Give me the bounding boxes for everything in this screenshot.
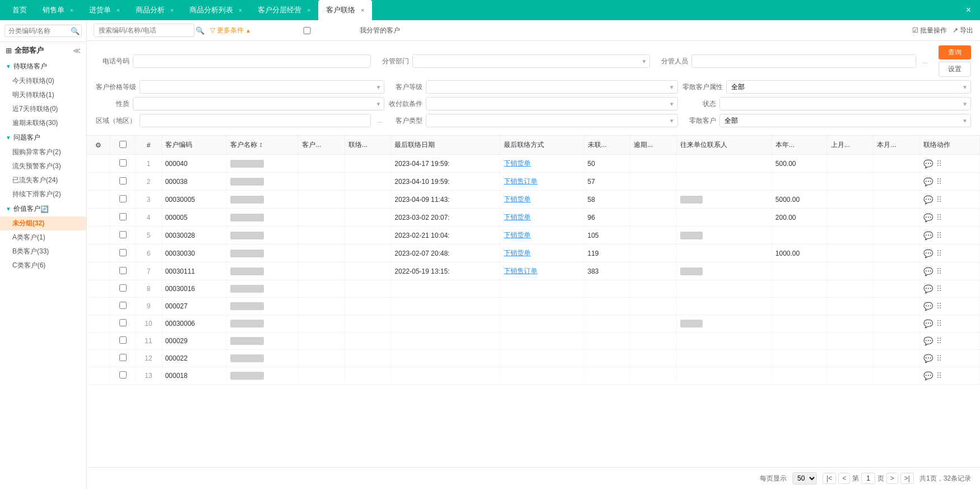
contact-type-link[interactable]: 下销货单 — [504, 195, 531, 203]
row-checkbox[interactable] — [119, 319, 127, 326]
group-problem-customers[interactable]: ▼ 问题客户 — [0, 130, 86, 145]
tab-close-sales[interactable]: × — [70, 7, 73, 13]
customer-level-select[interactable] — [426, 80, 677, 94]
sidebar-item-declining[interactable]: 持续下滑客户(2) — [0, 187, 86, 201]
row-checkbox[interactable] — [119, 302, 127, 309]
select-all-checkbox[interactable] — [119, 141, 127, 148]
last-page-button[interactable]: >| — [900, 473, 914, 484]
retail-select[interactable]: 全部 — [719, 114, 971, 127]
row-checkbox[interactable] — [119, 267, 127, 274]
chat-icon[interactable]: 💬 — [923, 177, 933, 186]
more-icon[interactable]: ⠿ — [936, 177, 942, 186]
tab-close-customer-contact[interactable]: × — [361, 7, 364, 13]
chat-icon[interactable]: 💬 — [923, 249, 933, 258]
price-level-select[interactable] — [140, 80, 384, 94]
row-checkbox[interactable] — [119, 371, 127, 379]
chat-icon[interactable]: 💬 — [923, 231, 933, 240]
sidebar-item-churn-warning[interactable]: 流失预警客户(3) — [0, 159, 86, 173]
sidebar-item-class-b[interactable]: B类客户(33) — [0, 245, 86, 259]
next-page-button[interactable]: > — [886, 473, 898, 484]
row-checkbox[interactable] — [119, 284, 127, 292]
row-checkbox[interactable] — [119, 231, 127, 238]
row-checkbox[interactable] — [119, 336, 127, 344]
my-customers-checkbox[interactable]: 我分管的客户 — [257, 26, 400, 35]
sidebar-item-unclassified[interactable]: 未分组(32) — [0, 216, 86, 230]
row-checkbox[interactable] — [119, 213, 127, 220]
customer-type-select[interactable] — [426, 114, 677, 127]
more-icon[interactable]: ⠿ — [936, 159, 942, 168]
more-icon[interactable]: ⠿ — [936, 267, 942, 276]
more-icon[interactable]: ⠿ — [936, 195, 942, 204]
sidebar-item-churned[interactable]: 已流失客户(24) — [0, 173, 86, 187]
sidebar-item-hoarding[interactable]: 囤购异常客户(2) — [0, 145, 86, 159]
tab-customer-contact[interactable]: 客户联络 × — [318, 0, 372, 20]
batch-ops-button[interactable]: ☑ 批量操作 — [912, 26, 947, 35]
contact-type-link[interactable]: 下销售订单 — [504, 177, 537, 185]
row-checkbox[interactable] — [119, 354, 127, 361]
row-checkbox[interactable] — [119, 177, 127, 184]
contact-type-link[interactable]: 下销货单 — [504, 231, 531, 239]
chat-icon[interactable]: 💬 — [923, 267, 933, 276]
row-checkbox[interactable] — [119, 249, 127, 256]
more-icon[interactable]: ⠿ — [936, 371, 942, 380]
more-icon[interactable]: ⠿ — [936, 249, 942, 258]
query-button[interactable]: 查询 — [939, 45, 971, 59]
status-select[interactable] — [719, 97, 971, 110]
row-checkbox[interactable] — [119, 195, 127, 202]
col-settings[interactable]: ⚙ — [87, 136, 110, 155]
search-input[interactable] — [94, 24, 194, 37]
sidebar-all-customers[interactable]: ⊞ 全部客户 ≪ — [0, 42, 86, 59]
more-icon[interactable]: ⠿ — [936, 284, 942, 293]
dept-select[interactable] — [412, 54, 651, 68]
group-pending-contact[interactable]: ▼ 待联络客户 — [0, 59, 86, 74]
chat-icon[interactable]: 💬 — [923, 284, 933, 293]
chat-icon[interactable]: 💬 — [923, 213, 933, 222]
window-close-button[interactable]: × — [962, 5, 976, 15]
contact-type-link[interactable]: 下销售订单 — [504, 267, 537, 275]
retail-attr-select[interactable]: 全部 — [726, 80, 971, 94]
export-button[interactable]: ↗ 导出 — [953, 26, 973, 35]
tab-close-purchase[interactable]: × — [117, 7, 120, 13]
chat-icon[interactable]: 💬 — [923, 159, 933, 168]
phone-input[interactable] — [133, 54, 371, 68]
more-icon[interactable]: ⠿ — [936, 213, 942, 222]
sidebar-item-7days[interactable]: 近7天待联络(0) — [0, 102, 86, 116]
chat-icon[interactable]: 💬 — [923, 319, 933, 328]
more-icon[interactable]: ⠿ — [936, 319, 942, 328]
tab-close-customer-mgmt[interactable]: × — [307, 7, 310, 13]
prev-page-button[interactable]: < — [838, 473, 850, 484]
sidebar-item-class-c[interactable]: C类客户(6) — [0, 259, 86, 273]
more-icon[interactable]: ⠿ — [936, 336, 942, 345]
sidebar-item-today[interactable]: 今天待联络(0) — [0, 74, 86, 88]
chat-icon[interactable]: 💬 — [923, 354, 933, 363]
contact-type-link[interactable]: 下销货单 — [504, 249, 531, 257]
chat-icon[interactable]: 💬 — [923, 195, 933, 204]
contact-type-link[interactable]: 下销货单 — [504, 213, 531, 221]
tab-sales[interactable]: 销售单 × — [35, 0, 81, 20]
chat-icon[interactable]: 💬 — [923, 371, 933, 380]
more-icon[interactable]: ⠿ — [936, 302, 942, 311]
my-customers-check[interactable] — [257, 27, 357, 34]
tab-product-list[interactable]: 商品分析列表 × — [182, 0, 250, 20]
sidebar-item-overdue[interactable]: 逾期未联络(30) — [0, 116, 86, 130]
chat-icon[interactable]: 💬 — [923, 302, 933, 311]
tab-close-product-analysis[interactable]: × — [170, 7, 174, 13]
row-checkbox[interactable] — [119, 159, 127, 167]
sidebar-item-class-a[interactable]: A类客户(1) — [0, 230, 86, 245]
group-value-customers[interactable]: ▼ 价值客户 🔄 — [0, 201, 86, 216]
contact-type-link[interactable]: 下销货单 — [504, 159, 531, 167]
chat-icon[interactable]: 💬 — [923, 336, 933, 345]
tab-customer-mgmt[interactable]: 客户分层经营 × — [250, 0, 318, 20]
sidebar-item-tomorrow[interactable]: 明天待联络(1) — [0, 88, 86, 102]
nature-select[interactable] — [133, 97, 384, 110]
payment-select[interactable] — [426, 97, 677, 110]
tab-home[interactable]: 首页 — [4, 0, 35, 20]
tab-product-analysis[interactable]: 商品分析 × — [128, 0, 182, 20]
first-page-button[interactable]: |< — [823, 473, 836, 484]
reset-button[interactable]: 设置 — [939, 62, 971, 77]
tab-close-product-list[interactable]: × — [239, 7, 242, 13]
more-conditions-button[interactable]: ▽ 更多条件 ▲ — [210, 26, 251, 35]
region-input[interactable] — [140, 114, 371, 127]
more-icon[interactable]: ⠿ — [936, 354, 942, 363]
tab-purchase[interactable]: 进货单 × — [81, 0, 128, 20]
